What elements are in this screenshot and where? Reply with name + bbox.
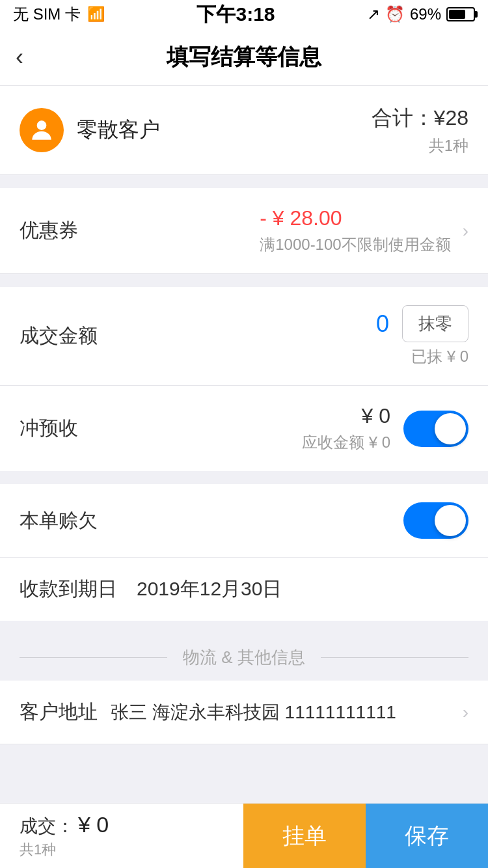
back-button[interactable]: ‹ xyxy=(16,44,23,71)
avatar xyxy=(20,108,64,152)
prepay-row: 冲预收 ¥ 0 应收金额 ¥ 0 xyxy=(0,386,488,471)
total-amount: 合计：¥28 xyxy=(372,104,468,133)
debt-label: 本单赊欠 xyxy=(20,508,98,534)
svg-point-0 xyxy=(37,120,47,130)
bottom-summary: 成交： ¥ 0 共1种 xyxy=(0,804,243,868)
battery-percent: 69% xyxy=(410,5,441,23)
save-button[interactable]: 保存 xyxy=(366,804,488,868)
content: 零散客户 合计：¥28 共1种 优惠券 - ¥ 28.00 满1000-100不… xyxy=(0,86,488,868)
due-date-label: 收款到期日 xyxy=(20,576,117,603)
section-divider-6 xyxy=(0,757,488,770)
address-chevron: › xyxy=(457,702,468,723)
coupon-amount: - ¥ 28.00 xyxy=(260,206,450,230)
logistics-text-wrap: 物流 & 其他信息 xyxy=(167,646,321,669)
amount-value: 0 xyxy=(376,310,389,338)
customer-info: 零散客户 xyxy=(20,108,160,152)
section-divider-2 xyxy=(0,274,488,287)
customer-total: 合计：¥28 共1种 xyxy=(372,104,468,156)
coupon-section[interactable]: 优惠券 - ¥ 28.00 满1000-100不限制使用金额 › xyxy=(0,188,488,274)
battery-icon xyxy=(446,7,475,21)
wifi-icon: 📶 xyxy=(87,6,105,23)
status-left: 无 SIM 卡 📶 xyxy=(13,4,105,25)
debt-section: 本单赊欠 收款到期日 2019年12月30日 xyxy=(0,484,488,621)
bottom-count: 共1种 xyxy=(20,840,224,860)
user-icon xyxy=(27,116,56,144)
customer-row: 零散客户 合计：¥28 共1种 xyxy=(0,86,488,175)
amount-right: 0 抹零 已抹 ¥ 0 xyxy=(376,305,468,367)
already-rounded: 已抹 ¥ 0 xyxy=(376,346,468,367)
logistics-title: 物流 & 其他信息 xyxy=(183,647,305,667)
section-divider-4 xyxy=(0,621,488,634)
debt-toggle[interactable] xyxy=(403,502,468,539)
prepay-values: ¥ 0 应收金额 ¥ 0 xyxy=(302,404,390,453)
prepay-amount: ¥ 0 xyxy=(302,404,390,428)
chevron-right-icon: › xyxy=(463,221,468,241)
coupon-label: 优惠券 xyxy=(20,217,78,244)
address-value: 张三 海淀永丰科技园 11111111111 xyxy=(111,700,457,725)
section-divider-8 xyxy=(0,783,488,796)
back-icon: ‹ xyxy=(16,44,23,71)
coupon-row[interactable]: 优惠券 - ¥ 28.00 满1000-100不限制使用金额 › xyxy=(0,188,488,274)
pending-button[interactable]: 挂单 xyxy=(243,804,366,868)
bottom-bar: 成交： ¥ 0 共1种 挂单 保存 xyxy=(0,803,488,868)
bottom-amount: ¥ 0 xyxy=(78,812,109,837)
logistics-header: 物流 & 其他信息 xyxy=(0,634,488,681)
amount-controls: 0 抹零 xyxy=(376,305,468,342)
coupon-right: - ¥ 28.00 满1000-100不限制使用金额 › xyxy=(260,206,468,255)
section-divider-7 xyxy=(0,770,488,783)
amount-label: 成交金额 xyxy=(20,323,98,349)
toggle-knob xyxy=(435,413,466,444)
chevron-right-address-icon: › xyxy=(463,702,468,723)
due-date-value: 2019年12月30日 xyxy=(137,576,282,603)
prepay-right: ¥ 0 应收金额 ¥ 0 xyxy=(302,404,468,453)
debt-toggle-knob xyxy=(435,505,466,536)
debt-row: 本单赊欠 xyxy=(0,484,488,558)
due-date-row: 收款到期日 2019年12月30日 xyxy=(0,558,488,621)
status-time: 下午3:18 xyxy=(197,1,275,28)
section-divider-1 xyxy=(0,175,488,188)
bottom-deal-label: 成交： xyxy=(20,814,74,839)
prepay-label: 冲预收 xyxy=(20,415,78,442)
coupon-desc: 满1000-100不限制使用金额 xyxy=(260,234,450,255)
total-count: 共1种 xyxy=(372,135,468,156)
page-title: 填写结算等信息 xyxy=(167,42,321,72)
customer-section: 零散客户 合计：¥28 共1种 xyxy=(0,86,488,175)
section-divider-5 xyxy=(0,744,488,757)
prepay-toggle[interactable] xyxy=(403,411,468,447)
address-label: 客户地址 xyxy=(20,699,98,726)
status-bar: 无 SIM 卡 📶 下午3:18 ↗ ⏰ 69% xyxy=(0,0,488,29)
bottom-deal-row: 成交： ¥ 0 xyxy=(20,812,224,839)
section-divider-3 xyxy=(0,471,488,484)
nav-bar: ‹ 填写结算等信息 xyxy=(0,29,488,86)
alarm-icon: ⏰ xyxy=(385,5,405,23)
customer-name: 零散客户 xyxy=(77,116,160,144)
status-right: ↗ ⏰ 69% xyxy=(367,5,475,23)
receivable-amount: 应收金额 ¥ 0 xyxy=(302,432,390,453)
amount-row: 成交金额 0 抹零 已抹 ¥ 0 xyxy=(0,287,488,386)
sim-status: 无 SIM 卡 xyxy=(13,4,81,25)
transaction-section: 成交金额 0 抹零 已抹 ¥ 0 冲预收 ¥ 0 应收金额 ¥ 0 xyxy=(0,287,488,471)
address-row[interactable]: 客户地址 张三 海淀永丰科技园 11111111111 › xyxy=(0,681,488,744)
location-icon: ↗ xyxy=(367,5,380,23)
round-button[interactable]: 抹零 xyxy=(402,305,468,342)
coupon-info: - ¥ 28.00 满1000-100不限制使用金额 xyxy=(260,206,450,255)
address-section[interactable]: 客户地址 张三 海淀永丰科技园 11111111111 › xyxy=(0,681,488,744)
